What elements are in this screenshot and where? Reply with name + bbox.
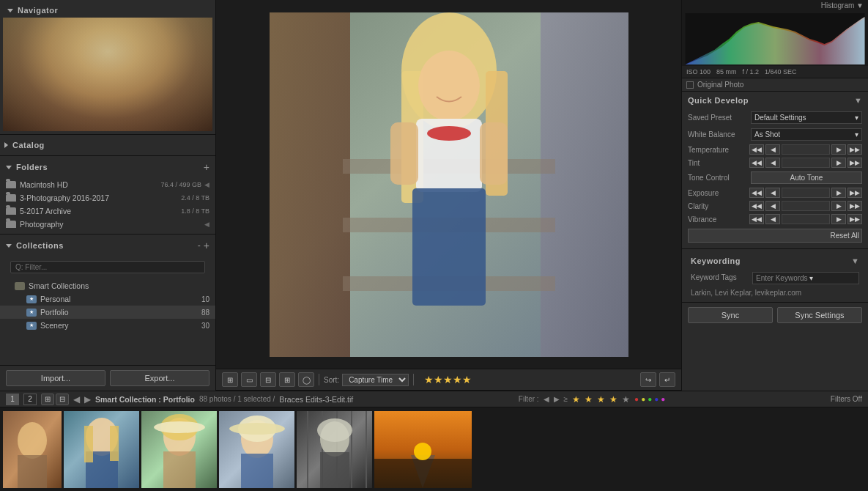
vibrance-decrease-btn[interactable]: ◀◀ xyxy=(749,214,764,224)
sync-buttons-row: Sync Sync Settings xyxy=(682,303,868,328)
collections-minus-button[interactable]: - xyxy=(198,240,201,251)
exposure-increase-btn[interactable]: ▶▶ xyxy=(847,188,862,198)
vibrance-decrease-small-btn[interactable]: ◀ xyxy=(765,214,780,224)
export-button[interactable]: Export... xyxy=(110,370,209,386)
histogram-title: Histogram ▼ xyxy=(821,1,864,10)
sync-settings-button[interactable]: Sync Settings xyxy=(777,307,862,323)
filter-prev-button[interactable]: ◀ xyxy=(544,395,549,403)
navigator-header[interactable]: Navigator xyxy=(3,3,212,18)
dot-red[interactable]: ● xyxy=(634,395,639,403)
filter-label: Filter : xyxy=(519,395,539,403)
clarity-slider[interactable] xyxy=(782,201,830,211)
panel-bottom-buttons: Import... Export... xyxy=(0,365,215,391)
flag-button[interactable]: ↵ xyxy=(659,372,675,387)
folder-item[interactable]: Photography ◀ xyxy=(0,218,215,231)
clarity-decrease-btn[interactable]: ◀◀ xyxy=(749,201,764,211)
clarity-decrease-small-btn[interactable]: ◀ xyxy=(765,201,780,211)
smart-collections-header[interactable]: Smart Collections xyxy=(0,279,215,292)
tint-increase-btn[interactable]: ▶▶ xyxy=(847,158,862,168)
temperature-increase-small-btn[interactable]: ▶ xyxy=(831,144,846,155)
folders-header[interactable]: Folders xyxy=(6,160,204,174)
auto-tone-button[interactable]: Auto Tone xyxy=(751,171,862,184)
catalog-collapse-icon xyxy=(4,142,8,148)
rating-stars[interactable]: ★★★★★ xyxy=(424,374,472,385)
dot-green[interactable]: ● xyxy=(648,395,652,403)
page-1-button[interactable]: 1 xyxy=(6,394,19,405)
dot-blue[interactable]: ● xyxy=(654,395,659,403)
grid-small-button[interactable]: ⊞ xyxy=(41,394,54,405)
exposure-increase-small-btn[interactable]: ▶ xyxy=(831,188,846,198)
prev-photo-button[interactable]: ◀ xyxy=(73,394,80,405)
next-photo-button[interactable]: ▶ xyxy=(84,394,91,405)
collections-search-input[interactable] xyxy=(10,261,205,273)
filmstrip-thumb-2[interactable] xyxy=(64,411,139,488)
histogram-header: Histogram ▼ xyxy=(817,0,868,11)
svg-rect-41 xyxy=(320,452,349,488)
collection-item-personal[interactable]: Personal 10 xyxy=(0,292,215,306)
tint-decrease-small-btn[interactable]: ◀ xyxy=(765,158,780,168)
original-photo-checkbox[interactable] xyxy=(686,81,694,89)
catalog-header[interactable]: Catalog xyxy=(0,138,215,152)
collection-item-portfolio[interactable]: Portfolio 88 xyxy=(0,306,215,319)
collection-item-scenery[interactable]: Scenery 30 xyxy=(0,319,215,332)
filmstrip-thumb-1[interactable] xyxy=(3,411,62,488)
survey-view-button[interactable]: ⊞ xyxy=(279,372,295,387)
dot-purple[interactable]: ● xyxy=(661,395,665,403)
tint-slider[interactable] xyxy=(782,158,830,168)
folder-item[interactable]: 3-Photography 2016-2017 2.4 / 8 TB xyxy=(0,191,215,204)
svg-rect-1 xyxy=(270,12,350,357)
filmstrip-thumb-4[interactable] xyxy=(219,411,294,488)
sync-button[interactable]: Sync xyxy=(688,307,773,323)
tint-decrease-btn[interactable]: ◀◀ xyxy=(749,158,764,168)
filter-star-3[interactable]: ★ xyxy=(597,394,605,405)
exposure-decrease-btn[interactable]: ◀◀ xyxy=(749,188,764,198)
white-balance-dropdown[interactable]: As Shot ▾ xyxy=(751,128,862,141)
filmstrip-thumb-6[interactable] xyxy=(374,411,472,488)
vibrance-increase-btn[interactable]: ▶▶ xyxy=(847,214,862,224)
filmstrip-thumb-3[interactable] xyxy=(141,411,217,488)
temperature-decrease-small-btn[interactable]: ◀ xyxy=(765,144,780,155)
grid-large-button[interactable]: ⊟ xyxy=(56,394,69,405)
sort-select[interactable]: Capture Time xyxy=(342,374,409,386)
filter-star-1[interactable]: ★ xyxy=(572,394,580,405)
temperature-increase-btn[interactable]: ▶▶ xyxy=(847,144,862,155)
exposure-slider[interactable] xyxy=(782,188,830,198)
keyword-tags-input[interactable]: Enter Keywords ▾ xyxy=(752,272,859,284)
collections-title: Collections xyxy=(16,241,64,250)
filter-star-5[interactable]: ★ xyxy=(622,394,630,405)
page-2-button[interactable]: 2 xyxy=(23,394,37,405)
folder-item[interactable]: Macintosh HD 76.4 / 499 GB ◀ xyxy=(0,178,215,191)
clarity-increase-small-btn[interactable]: ▶ xyxy=(831,201,846,211)
reset-all-button[interactable]: Reset All xyxy=(688,229,862,243)
temperature-decrease-btn[interactable]: ◀◀ xyxy=(749,144,764,155)
exposure-decrease-small-btn[interactable]: ◀ xyxy=(765,188,780,198)
clarity-increase-btn[interactable]: ▶▶ xyxy=(847,201,862,211)
folder-item[interactable]: 5-2017 Archive 1.8 / 8 TB xyxy=(0,204,215,218)
people-view-button[interactable]: ◯ xyxy=(298,372,314,387)
quick-develop-arrow: ▼ xyxy=(854,96,862,105)
collections-header[interactable]: Collections xyxy=(6,238,198,253)
exif-info: ISO 100 85 mm f / 1.2 1/640 SEC xyxy=(682,66,868,78)
import-button[interactable]: Import... xyxy=(6,370,105,386)
rotate-button[interactable]: ↪ xyxy=(640,372,656,387)
folders-add-button[interactable]: + xyxy=(204,161,209,173)
keywording-header[interactable]: Keywording ▼ xyxy=(685,252,865,270)
exposure-row: Exposure ◀◀ ◀ ▶ ▶▶ xyxy=(682,186,868,199)
filter-next-button[interactable]: ▶ xyxy=(554,395,560,403)
filter-star-2[interactable]: ★ xyxy=(585,394,593,405)
tint-increase-small-btn[interactable]: ▶ xyxy=(831,158,846,168)
grid-view-button[interactable]: ⊞ xyxy=(222,372,238,387)
dot-yellow[interactable]: ● xyxy=(641,395,645,403)
vibrance-increase-small-btn[interactable]: ▶ xyxy=(831,214,846,224)
quick-develop-header[interactable]: Quick Develop ▼ xyxy=(682,92,868,109)
filter-star-4[interactable]: ★ xyxy=(609,394,617,405)
saved-preset-dropdown[interactable]: Default Settings ▾ xyxy=(751,111,862,124)
vibrance-slider[interactable] xyxy=(782,214,830,224)
color-filter-dots: ● ● ● ● ● xyxy=(634,395,665,403)
filmstrip-thumb-5[interactable] xyxy=(297,411,372,488)
compare-view-button[interactable]: ⊟ xyxy=(260,372,276,387)
loupe-view-button[interactable]: ▭ xyxy=(241,372,257,387)
collections-add-button[interactable]: + xyxy=(204,240,209,251)
keyword-dropdown-icon: ▾ xyxy=(809,274,813,282)
temperature-slider[interactable] xyxy=(782,144,830,155)
